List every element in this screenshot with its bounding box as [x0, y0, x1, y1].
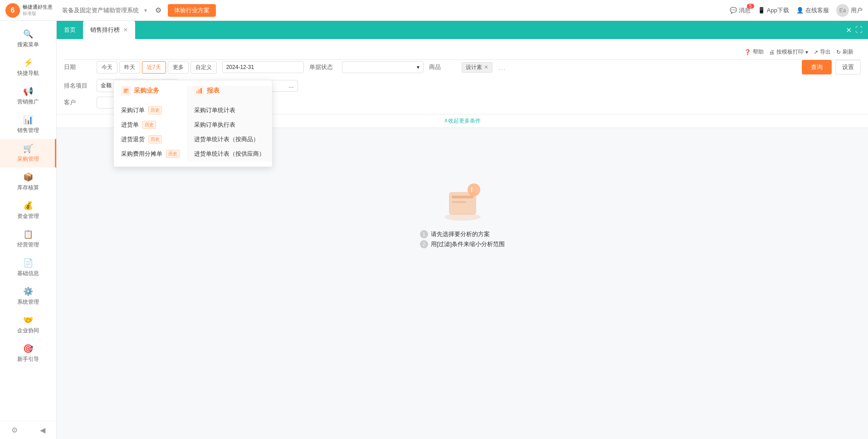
export-btn[interactable]: ↗ 导出 [814, 48, 831, 56]
logo-sub: 标准版 [23, 10, 53, 17]
menu-item-cost-allocation[interactable]: 采购费用分摊单 历史 [121, 147, 180, 161]
sidebar-item-label: 基础信息 [17, 270, 39, 277]
sidebar-item-operations[interactable]: 📋 经营管理 [0, 225, 56, 253]
app-download-label: App下载 [767, 6, 789, 15]
tip-num-1: 1 [420, 230, 428, 238]
goods-label: 商品 [429, 63, 456, 71]
empty-tips: 1 请先选择要分析的方案 2 用[过滤]条件来缩小分析范围 [420, 228, 505, 250]
sidebar-item-label: 企业协同 [17, 327, 39, 335]
online-service-label: 在线客服 [805, 6, 829, 15]
print-btn[interactable]: 🖨 按模板打印 ▾ [769, 48, 808, 56]
sidebar-item-purchase[interactable]: 🛒 采购管理 [0, 139, 56, 168]
tip-text-1: 请先选择要分析的方案 [431, 230, 490, 238]
guide-icon: 🎯 [23, 344, 33, 354]
empty-tip-2: 2 用[过滤]条件来缩小分析范围 [420, 240, 505, 248]
sidebar-bottom: ⚙ ◀ [0, 421, 56, 439]
status-select[interactable]: ▾ [342, 61, 424, 73]
avatar: Ea [836, 4, 849, 17]
app-title: 装备及固定资产辅助管理系统 [62, 6, 139, 15]
tip-text-2: 用[过滤]条件来缩小分析范围 [431, 240, 505, 248]
svg-rect-9 [200, 88, 202, 94]
sidebar-item-search[interactable]: 🔍 搜索菜单 [0, 25, 56, 53]
svg-point-4 [468, 183, 480, 196]
marketing-icon: 📢 [23, 86, 33, 96]
message-badge: 5 [747, 4, 754, 9]
svg-rect-7 [196, 91, 198, 94]
help-icon: ❓ [744, 49, 751, 55]
sidebar-item-collaboration[interactable]: 🤝 企业协同 [0, 311, 56, 339]
svg-rect-8 [199, 89, 200, 94]
menu-item-return[interactable]: 进货退货 历史 [121, 132, 180, 147]
goods-tag-close[interactable]: ✕ [484, 64, 488, 70]
col2-header: 报表 [194, 86, 265, 99]
user-label: 用户 [851, 6, 863, 15]
today-btn[interactable]: 今天 [97, 61, 117, 74]
rank-label: 排名项目 [64, 82, 91, 90]
menu-item-inbound[interactable]: 进货单 历史 [121, 118, 180, 132]
collab-icon: 🤝 [23, 315, 33, 325]
logo-area: 6 畅捷通好生意 标准版 [5, 3, 62, 18]
active-indicator [55, 139, 56, 168]
logo-text: 畅捷通好生意 [23, 4, 53, 10]
user-avatar-btn[interactable]: Ea 用户 [836, 4, 863, 17]
tab-close-btn[interactable]: ✕ [123, 27, 128, 33]
sidebar-item-label: 系统管理 [17, 298, 39, 306]
settings-icon-btn[interactable]: ⚙ [152, 5, 164, 15]
app-download-btn[interactable]: 📱 App下载 [758, 6, 789, 15]
help-btn[interactable]: ❓ 帮助 [744, 48, 764, 56]
message-btn[interactable]: 💬 消息 5 [730, 6, 751, 15]
sidebar-item-inventory[interactable]: 📦 库存核算 [0, 168, 56, 196]
more-time-btn[interactable]: 更多 [168, 61, 189, 74]
top-bar: 6 畅捷通好生意 标准版 装备及固定资产辅助管理系统 ▾ ⚙ 体验行业方案 💬 … [0, 0, 868, 21]
custom-time-btn[interactable]: 自定义 [190, 61, 217, 74]
sidebar-collapse-btn[interactable]: ◀ [40, 426, 45, 434]
svg-text:!: ! [471, 186, 473, 193]
industry-btn[interactable]: 体验行业方案 [168, 4, 216, 17]
svg-rect-2 [452, 196, 473, 198]
date-input[interactable]: 2024-12-31 [222, 61, 304, 73]
title-dropdown-btn[interactable]: ▾ [142, 6, 149, 15]
menu-item-order-stats[interactable]: 采购订单统计表 [194, 103, 265, 118]
goods-more-dots[interactable]: … [498, 63, 506, 72]
tip-num-2: 2 [420, 240, 428, 248]
purchase-icon: 🛒 [23, 143, 33, 153]
refresh-btn[interactable]: ↻ 刷新 [836, 48, 853, 56]
tab-bar: 首页 销售排行榜 ✕ ✕ ⛶ [57, 21, 868, 39]
purchase-report-col: 报表 采购订单统计表 采购订单执行表 进货单统计表（按商品） 进货单统计表（按供… [187, 86, 272, 161]
menu-item-order-exec[interactable]: 采购订单执行表 [194, 118, 265, 132]
date-label: 日期 [64, 63, 91, 71]
inventory-icon: 📦 [23, 172, 33, 182]
date-value: 2024-12-31 [226, 64, 254, 70]
last7days-btn[interactable]: 近7天 [142, 61, 166, 74]
sidebar-item-guide[interactable]: 🎯 新手引导 [0, 339, 56, 368]
sidebar-item-label: 采购管理 [17, 155, 39, 163]
menu-item-purchase-order[interactable]: 采购订单 历史 [121, 103, 180, 118]
sidebar-item-sales[interactable]: 📊 销售管理 [0, 110, 56, 139]
tab-home[interactable]: 首页 [57, 21, 83, 39]
tab-sales-rank[interactable]: 销售排行榜 ✕ [83, 21, 135, 39]
sidebar-item-quicknav[interactable]: ⚡ 快捷导航 [0, 53, 56, 82]
menu-item-inbound-stats-supplier[interactable]: 进货单统计表（按供应商） [194, 147, 265, 161]
sidebar-item-system[interactable]: ⚙️ 系统管理 [0, 282, 56, 311]
history-badge-3: 历史 [148, 135, 162, 143]
refresh-icon: ↻ [836, 49, 841, 55]
menu-item-inbound-stats-goods[interactable]: 进货单统计表（按商品） [194, 132, 265, 147]
sidebar-item-marketing[interactable]: 📢 营销推广 [0, 82, 56, 110]
tab-expand-btn[interactable]: ⛶ [855, 26, 863, 34]
app-title-area: 装备及固定资产辅助管理系统 ▾ ⚙ 体验行业方案 [62, 4, 730, 17]
tab-close-all-btn[interactable]: ✕ [846, 26, 852, 35]
history-badge-1: 历史 [148, 106, 162, 114]
print-dropdown-arrow: ▾ [805, 49, 808, 55]
goods-tag-value: 设计素 [466, 64, 482, 71]
query-btn[interactable]: 查询 [802, 60, 832, 74]
purchase-business-col: 采购业务 采购订单 历史 进货单 历史 进货退货 历史 [114, 86, 187, 161]
col2-title: 报表 [207, 87, 219, 95]
sidebar-settings-btn[interactable]: ⚙ [11, 426, 18, 434]
online-service-btn[interactable]: 👤 在线客服 [796, 6, 829, 15]
settings-btn[interactable]: 设置 [835, 60, 861, 74]
yesterday-btn[interactable]: 昨天 [119, 61, 140, 74]
col2-icon [194, 86, 204, 96]
sidebar-item-finance[interactable]: 💰 资金管理 [0, 196, 56, 225]
sidebar-item-basic-info[interactable]: 📄 基础信息 [0, 253, 56, 282]
print-icon: 🖨 [769, 49, 775, 55]
